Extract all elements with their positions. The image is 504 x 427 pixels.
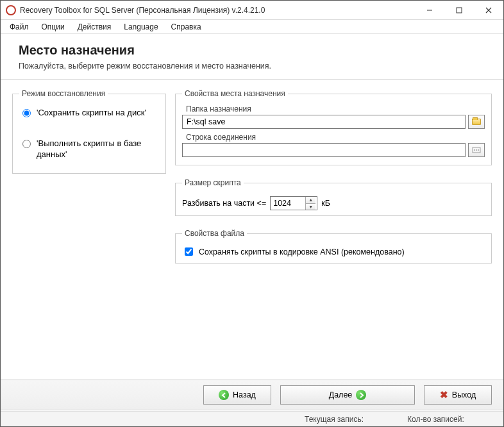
maximize-icon [456, 7, 462, 13]
destination-group: Свойства места назначения Папка назначен… [175, 89, 492, 165]
radio-save-to-disk-row: 'Сохранить скрипты на диск' [19, 107, 159, 119]
statusbar: Текущая запись: Кол-во записей: [1, 411, 503, 426]
spinner-up-button[interactable]: ▲ [306, 197, 315, 204]
back-button[interactable]: Назад [203, 385, 271, 405]
split-unit: кБ [321, 199, 330, 208]
radio-exec-in-db[interactable] [22, 140, 31, 148]
x-icon: ✖ [440, 389, 448, 401]
close-button[interactable] [474, 1, 503, 20]
conn-label: Строка соединения [186, 133, 485, 142]
file-props-legend: Свойства файла [182, 229, 247, 238]
svg-point-5 [474, 149, 475, 151]
minimize-icon [426, 7, 433, 13]
exit-button[interactable]: ✖ Выход [424, 385, 492, 405]
app-icon [6, 5, 16, 15]
ansi-label[interactable]: Сохранять скрипты в кодировке ANSI (реко… [199, 247, 405, 256]
back-button-label: Назад [233, 390, 256, 399]
file-props-group: Свойства файла Сохранять скрипты в кодир… [175, 229, 492, 264]
right-column: Свойства места назначения Папка назначен… [175, 89, 492, 362]
menu-language[interactable]: Language [119, 21, 163, 33]
recovery-mode-legend: Режим восстановления [19, 89, 108, 98]
spinner-down-button[interactable]: ▼ [306, 204, 315, 210]
menu-options[interactable]: Опции [37, 21, 70, 33]
status-current: Текущая запись: [305, 415, 382, 424]
window-controls [415, 1, 503, 20]
svg-point-7 [478, 149, 479, 151]
page-title: Место назначения [19, 43, 485, 58]
script-size-legend: Размер скрипта [182, 178, 244, 187]
main-area: Режим восстановления 'Сохранить скрипты … [1, 80, 503, 362]
ansi-checkbox[interactable] [185, 247, 193, 256]
radio-save-to-disk[interactable] [22, 109, 31, 117]
script-size-group: Размер скрипта Разбивать на части <= ▲ ▼… [175, 178, 492, 216]
menu-help[interactable]: Справка [166, 21, 206, 33]
arrow-right-icon [356, 390, 366, 400]
radio-exec-in-db-label[interactable]: 'Выполнить скрипты в базе данных' [37, 138, 159, 160]
ellipsis-icon [472, 147, 481, 153]
split-size-spinner: ▲ ▼ [270, 196, 317, 210]
menu-actions[interactable]: Действия [72, 21, 117, 33]
menu-file[interactable]: Файл [4, 21, 34, 33]
split-size-input[interactable] [271, 197, 305, 210]
folder-input[interactable] [182, 115, 466, 129]
next-button-label: Далее [329, 390, 353, 399]
maximize-button[interactable] [444, 1, 474, 20]
svg-point-6 [476, 149, 477, 151]
split-label: Разбивать на части <= [182, 199, 266, 208]
svg-rect-1 [457, 8, 462, 13]
conn-ellipsis-button[interactable] [468, 143, 485, 157]
page-header: Место назначения Пожалуйста, выберите ре… [1, 34, 503, 80]
left-column: Режим восстановления 'Сохранить скрипты … [12, 89, 166, 362]
radio-exec-db-row: 'Выполнить скрипты в базе данных' [19, 138, 159, 160]
close-icon [485, 7, 492, 13]
titlebar: Recovery Toolbox for SQL Server (Персона… [1, 1, 503, 20]
radio-save-to-disk-label[interactable]: 'Сохранить скрипты на диск' [37, 107, 146, 119]
folder-icon [472, 119, 481, 125]
page-subtitle: Пожалуйста, выберите режим восстановлени… [19, 62, 485, 71]
destination-legend: Свойства места назначения [182, 89, 288, 98]
menubar: Файл Опции Действия Language Справка [1, 20, 503, 34]
folder-label: Папка назначения [186, 105, 485, 113]
conn-input[interactable] [182, 143, 466, 157]
wizard-buttons: Назад Далее ✖ Выход [1, 380, 503, 410]
exit-button-label: Выход [452, 390, 476, 399]
minimize-button[interactable] [415, 1, 444, 20]
recovery-mode-group: Режим восстановления 'Сохранить скрипты … [12, 89, 166, 174]
status-count: Кол-во записей: [407, 415, 484, 424]
browse-folder-button[interactable] [468, 115, 485, 129]
arrow-left-icon [219, 390, 229, 400]
window-title: Recovery Toolbox for SQL Server (Персона… [20, 6, 415, 15]
next-button[interactable]: Далее [280, 385, 415, 405]
